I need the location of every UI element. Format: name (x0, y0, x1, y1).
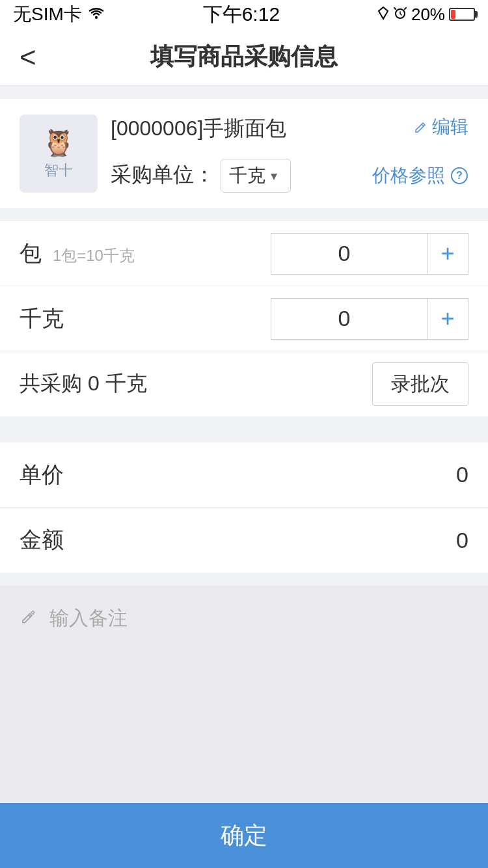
svg-point-0 (95, 16, 98, 19)
kg-quantity-input[interactable] (271, 298, 427, 340)
unit-price-row: 单价 0 (0, 442, 488, 508)
input-section: 包 1包=10千克 + 千克 + (0, 221, 488, 351)
kg-input-control: + (271, 298, 468, 340)
summary-amount: 0 (88, 372, 100, 395)
bag-sub-label: 1包=10千克 (53, 247, 135, 264)
pencil-icon (20, 606, 39, 631)
price-section: 单价 0 金额 0 (0, 442, 488, 573)
edit-label: 编辑 (432, 115, 468, 139)
product-name: [0000006]手撕面包 (111, 115, 286, 143)
note-placeholder: 输入备注 (49, 605, 128, 632)
amount-row: 金额 0 (0, 508, 488, 573)
location-icon (377, 5, 389, 25)
unit-label-container: 采购单位： 千克 ▾ (111, 159, 291, 193)
section-divider-2 (0, 416, 488, 429)
summary-row: 共采购 0 千克 录批次 (0, 351, 488, 416)
edit-button[interactable]: 编辑 (414, 115, 468, 139)
bag-label-container: 包 1包=10千克 (20, 239, 271, 269)
unit-selector[interactable]: 千克 ▾ (221, 159, 291, 193)
bag-quantity-input[interactable] (271, 233, 427, 275)
alarm-icon (393, 5, 407, 25)
unit-value: 千克 (229, 163, 265, 188)
bag-label: 包 (20, 241, 42, 265)
product-card: 🦉 智十 [0000006]手撕面包 编辑 采购单位： 千克 ▾ (0, 99, 488, 208)
summary-unit: 千克 (105, 372, 147, 395)
status-bar: 无SIM卡 下午6:12 20% (0, 0, 488, 29)
product-unit-row: 采购单位： 千克 ▾ 价格参照 ? (111, 159, 468, 193)
batch-button[interactable]: 录批次 (372, 362, 468, 406)
confirm-bar[interactable]: 确定 (0, 803, 488, 868)
status-left: 无SIM卡 (13, 2, 105, 27)
page-title: 填写商品采购信息 (150, 41, 338, 73)
section-divider-1 (0, 208, 488, 221)
kg-label-container: 千克 (20, 304, 271, 334)
owl-icon: 🦉 (42, 128, 75, 158)
price-ref-label: 价格参照 (372, 163, 445, 188)
owl-text: 智十 (44, 161, 73, 180)
battery-icon (449, 8, 475, 21)
price-ref-button[interactable]: 价格参照 ? (372, 163, 468, 188)
dropdown-arrow-icon: ▾ (271, 168, 277, 183)
wifi-icon (87, 4, 105, 25)
status-right: 20% (377, 5, 475, 25)
product-header: [0000006]手撕面包 编辑 (111, 115, 468, 143)
svg-text:?: ? (456, 170, 463, 181)
product-info: [0000006]手撕面包 编辑 采购单位： 千克 ▾ 价格参照 (111, 115, 468, 193)
kg-input-row: 千克 + (0, 286, 488, 351)
bag-plus-button[interactable]: + (427, 233, 468, 275)
amount-value: 0 (456, 528, 468, 553)
unit-price-label: 单价 (20, 460, 64, 490)
unit-label: 采购单位： (111, 163, 215, 186)
bag-input-control: + (271, 233, 468, 275)
kg-plus-icon: + (441, 305, 454, 332)
kg-label: 千克 (20, 306, 64, 331)
summary-text: 共采购 0 千克 (20, 370, 147, 398)
confirm-button-label: 确定 (221, 820, 267, 852)
nav-bar: < 填写商品采购信息 (0, 29, 488, 86)
bag-plus-icon: + (441, 240, 454, 267)
amount-label: 金额 (20, 525, 64, 555)
product-image: 🦉 智十 (20, 115, 98, 193)
unit-price-value: 0 (456, 462, 468, 487)
back-button[interactable]: < (20, 41, 36, 74)
bag-input-row: 包 1包=10千克 + (0, 221, 488, 286)
status-time: 下午6:12 (203, 1, 280, 28)
note-section[interactable]: 输入备注 (0, 586, 488, 651)
carrier-text: 无SIM卡 (13, 2, 82, 27)
battery-percent: 20% (411, 5, 445, 25)
summary-prefix: 共采购 (20, 372, 82, 395)
kg-plus-button[interactable]: + (427, 298, 468, 340)
